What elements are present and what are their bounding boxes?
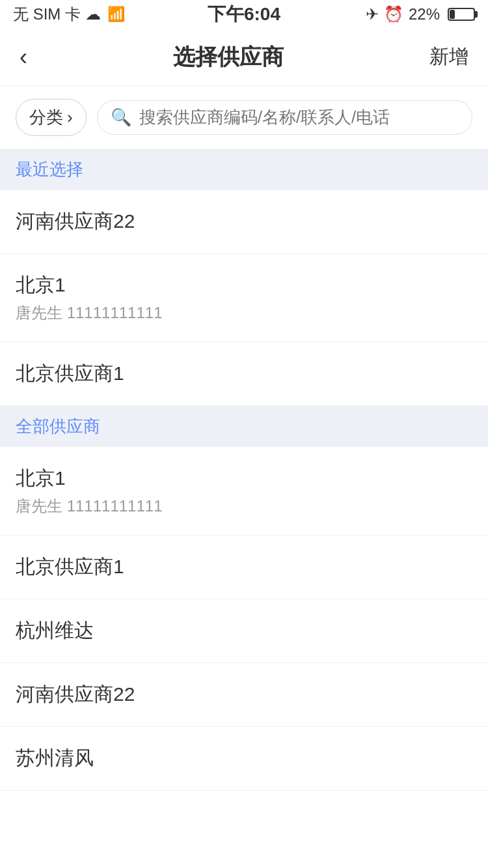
category-label: 分类: [29, 106, 63, 129]
search-box: 🔍: [97, 100, 472, 135]
item-name: 北京1: [16, 272, 472, 299]
page-title: 选择供应商: [173, 42, 284, 72]
list-item[interactable]: 北京1唐先生 11111111111: [0, 254, 488, 342]
item-name: 杭州维达: [16, 617, 472, 644]
list-item[interactable]: 杭州维达: [0, 599, 488, 663]
item-name: 苏州清风: [16, 745, 472, 772]
status-time: 下午6:04: [208, 2, 280, 27]
recent-section-header: 最近选择: [0, 149, 488, 190]
recent-items-list: 河南供应商22北京1唐先生 11111111111北京供应商1: [0, 190, 488, 406]
list-item[interactable]: 河南供应商22: [0, 190, 488, 254]
item-sub: 唐先生 11111111111: [16, 496, 472, 517]
list-item[interactable]: 河南供应商22: [0, 663, 488, 727]
list-item[interactable]: 苏州清风: [0, 727, 488, 791]
all-section-header: 全部供应商: [0, 406, 488, 447]
battery-icon: [448, 8, 475, 21]
search-input[interactable]: [139, 107, 459, 128]
item-name: 河南供应商22: [16, 208, 472, 235]
item-name: 北京1: [16, 465, 472, 492]
back-button[interactable]: ‹: [20, 44, 27, 71]
location-icon: ✈: [366, 5, 379, 23]
item-name: 北京供应商1: [16, 554, 472, 580]
add-button[interactable]: 新增: [429, 44, 468, 70]
status-right: ✈ ⏰ 22%: [366, 5, 475, 23]
search-icon: 🔍: [111, 107, 131, 128]
wifi-icon: 📶: [107, 6, 125, 23]
list-item[interactable]: 北京供应商1: [0, 342, 488, 406]
category-filter-button[interactable]: 分类 ›: [16, 99, 87, 136]
item-name: 北京供应商1: [16, 360, 472, 387]
item-name: 河南供应商22: [16, 681, 472, 708]
list-item[interactable]: 北京1唐先生 11111111111: [0, 447, 488, 536]
battery-percentage: 22%: [409, 5, 440, 23]
all-section-label: 全部供应商: [16, 416, 100, 436]
status-left: 无 SIM 卡 ☁ 📶: [13, 4, 125, 25]
item-sub: 唐先生 11111111111: [16, 303, 472, 323]
sim-status: 无 SIM 卡 ☁: [13, 4, 101, 25]
nav-bar: ‹ 选择供应商 新增: [0, 29, 488, 86]
status-bar: 无 SIM 卡 ☁ 📶 下午6:04 ✈ ⏰ 22%: [0, 0, 488, 29]
filter-bar: 分类 › 🔍: [0, 86, 488, 149]
alarm-icon: ⏰: [384, 5, 403, 23]
list-item[interactable]: 北京供应商1: [0, 536, 488, 599]
category-chevron-icon: ›: [67, 107, 73, 128]
all-items-list: 北京1唐先生 11111111111北京供应商1杭州维达河南供应商22苏州清风: [0, 447, 488, 791]
recent-section-label: 最近选择: [16, 159, 83, 179]
